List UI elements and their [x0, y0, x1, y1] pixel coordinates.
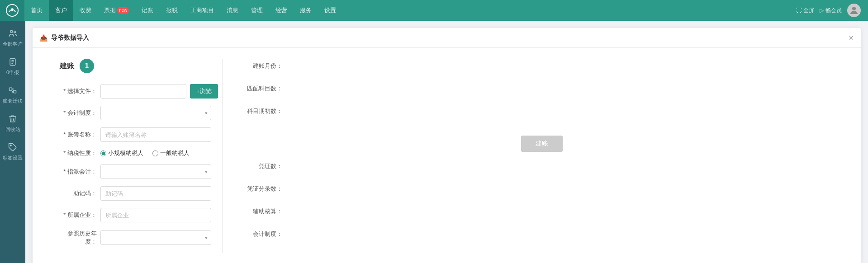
company-label: * 所属企业：: [60, 211, 100, 219]
content-area: 📥 导爷数据导入 × 建账 1 * 选择文件：: [25, 21, 868, 263]
nav-settings[interactable]: 设置: [318, 0, 342, 21]
info-voucher-row: 凭证数：: [241, 159, 843, 174]
create-account-button[interactable]: 建账: [521, 136, 563, 152]
info-voucher-records-label: 凭证分录数：: [241, 185, 286, 193]
fullscreen-icon: ⛶: [796, 7, 802, 14]
file-icon: [7, 56, 18, 67]
info-accounting-system-row: 会计制度：: [241, 227, 843, 241]
sidebar: 全部客户 0申报 账套迁移 回收站 标签设置: [0, 21, 25, 263]
trash-icon: [7, 113, 18, 124]
info-month-value: [286, 59, 843, 73]
tax-type-radio-group: 小规模纳税人 一般纳税人: [100, 149, 211, 157]
info-accounting-system-value: [286, 227, 843, 241]
vip-button[interactable]: ▷ 畅会员: [820, 7, 842, 14]
dialog-body: 建账 1 * 选择文件： +浏览: [33, 48, 861, 263]
info-voucher-records-row: 凭证分录数：: [241, 182, 843, 196]
info-section: 建账月份： 匹配科目数： 科目期初数： 建账: [223, 59, 861, 253]
top-nav: 首页 客户 收费 票据 new 记账 报税 工商项目 消息 管理 经营 服务 设…: [0, 0, 868, 21]
ledger-name-label: * 账簿名称：: [60, 131, 100, 139]
nav-messages[interactable]: 消息: [220, 0, 245, 21]
svg-point-1: [11, 8, 14, 11]
tag-icon: [7, 142, 18, 153]
sidebar-item-tags[interactable]: 标签设置: [0, 138, 25, 165]
nav-fees[interactable]: 收费: [73, 0, 98, 21]
top-nav-right: ⛶ 全屏 ▷ 畅会员: [796, 4, 868, 17]
history-year-select-wrap: ▾: [100, 230, 211, 245]
accounting-system-label: * 会计制度：: [60, 109, 100, 117]
info-month-row: 建账月份：: [241, 59, 843, 73]
nav-operations[interactable]: 经营: [269, 0, 294, 21]
ledger-name-row: * 账簿名称：: [60, 127, 211, 142]
tax-type-general-radio[interactable]: 一般纳税人: [152, 149, 190, 157]
assign-accountant-label: * 指派会计：: [60, 168, 100, 176]
dialog-panel: 📥 导爷数据导入 × 建账 1 * 选择文件：: [33, 28, 861, 263]
tax-type-small-radio[interactable]: 小规模纳税人: [100, 149, 143, 157]
info-assist-calc-label: 辅助核算：: [241, 207, 286, 216]
step-label: 建账: [60, 61, 74, 71]
ledger-name-input[interactable]: [100, 127, 211, 142]
sidebar-item-declaration[interactable]: 0申报: [0, 53, 25, 80]
dialog-header: 📥 导爷数据导入: [33, 28, 861, 48]
nav-badge-new: new: [117, 7, 129, 14]
svg-point-2: [852, 7, 856, 10]
nav-management[interactable]: 管理: [245, 0, 269, 21]
nav-invoices[interactable]: 票据 new: [98, 0, 135, 21]
avatar[interactable]: [847, 4, 861, 17]
play-icon: ▷: [820, 7, 824, 14]
tax-type-label: * 纳税性质：: [60, 149, 100, 157]
file-form-row: * 选择文件： +浏览: [60, 84, 211, 99]
info-accounting-system-label: 会计制度：: [241, 230, 286, 238]
sidebar-item-all-customers[interactable]: 全部客户: [0, 24, 25, 51]
sidebar-item-migration[interactable]: 账套迁移: [0, 81, 25, 108]
create-button-wrap: 建账: [241, 127, 843, 152]
accounting-system-select[interactable]: [100, 106, 211, 120]
step-label-row: 建账 1: [60, 59, 211, 73]
file-label: * 选择文件：: [60, 87, 100, 95]
svg-point-4: [14, 31, 16, 33]
nav-customers[interactable]: 客户: [49, 0, 73, 21]
memo-code-input[interactable]: [100, 186, 211, 201]
info-match-subjects-label: 匹配科目数：: [241, 85, 286, 93]
assign-accountant-select[interactable]: [100, 164, 211, 179]
sidebar-label-recycle: 回收站: [5, 126, 20, 133]
main-layout: 全部客户 0申报 账套迁移 回收站 标签设置: [0, 21, 868, 263]
info-init-amount-value: [286, 104, 843, 118]
info-match-subjects-row: 匹配科目数：: [241, 81, 843, 96]
info-assist-calc-value: [286, 204, 843, 219]
browse-button[interactable]: +浏览: [190, 84, 218, 99]
accounting-system-select-wrap: ▾: [100, 106, 211, 120]
dialog-close-button[interactable]: ×: [849, 33, 854, 43]
info-voucher-value: [286, 159, 843, 174]
company-row: * 所属企业：: [60, 208, 211, 222]
step-section: 建账 1 * 选择文件： +浏览: [33, 59, 223, 253]
svg-point-3: [10, 30, 13, 33]
file-input[interactable]: [100, 84, 186, 99]
nav-business[interactable]: 工商项目: [184, 0, 220, 21]
history-year-row: 参照历史年度： ▾: [60, 230, 211, 246]
memo-code-label: 助记码：: [60, 189, 100, 197]
nav-services[interactable]: 服务: [294, 0, 318, 21]
import-icon: 📥: [40, 34, 47, 42]
info-match-subjects-value: [286, 81, 843, 96]
info-month-label: 建账月份：: [241, 62, 286, 70]
sidebar-label-declaration: 0申报: [6, 69, 19, 76]
info-assist-calc-row: 辅助核算：: [241, 204, 843, 219]
nav-tax[interactable]: 报税: [160, 0, 184, 21]
sidebar-item-recycle[interactable]: 回收站: [0, 110, 25, 136]
step-number-circle: 1: [80, 59, 94, 73]
app-logo[interactable]: [0, 0, 24, 21]
history-year-select[interactable]: [100, 230, 211, 245]
info-voucher-records-value: [286, 182, 843, 196]
nav-home[interactable]: 首页: [24, 0, 49, 21]
sidebar-label-all-customers: 全部客户: [3, 41, 23, 47]
svg-point-8: [10, 145, 12, 146]
nav-bookkeeping[interactable]: 记账: [135, 0, 160, 21]
info-init-amount-label: 科目期初数：: [241, 107, 286, 115]
tax-type-row: * 纳税性质： 小规模纳税人 一般纳税人: [60, 149, 211, 157]
nav-items: 首页 客户 收费 票据 new 记账 报税 工商项目 消息 管理 经营 服务 设…: [24, 0, 796, 21]
company-input[interactable]: [100, 208, 211, 222]
fullscreen-button[interactable]: ⛶ 全屏: [796, 7, 814, 14]
assign-accountant-row: * 指派会计： ▾: [60, 164, 211, 179]
accounting-system-row: * 会计制度： ▾: [60, 106, 211, 120]
svg-rect-7: [14, 90, 16, 93]
